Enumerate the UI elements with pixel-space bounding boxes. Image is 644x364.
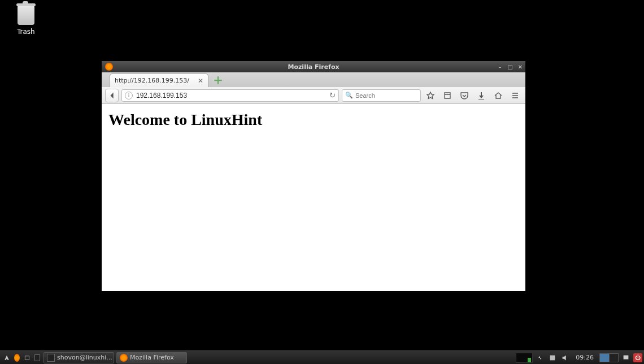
search-input[interactable] <box>355 92 433 99</box>
search-icon: 🔍 <box>345 92 353 99</box>
removable-media-icon[interactable] <box>547 352 558 363</box>
clock[interactable]: 09:26 <box>572 354 597 361</box>
svg-rect-1 <box>550 355 555 360</box>
minimize-button[interactable]: – <box>495 62 504 71</box>
window-titlebar[interactable]: Mozilla Firefox – □ ✕ <box>102 61 525 72</box>
terminal-icon <box>34 354 40 361</box>
tab-title: http://192.168.199.153/ <box>115 77 195 84</box>
downloads-button[interactable] <box>475 89 488 102</box>
page-heading: Welcome to LinuxHint <box>108 111 519 129</box>
system-tray: 09:26 ⏻ <box>516 352 642 363</box>
library-button[interactable] <box>441 89 454 102</box>
terminal-launcher[interactable] <box>32 352 42 363</box>
notification-tray-icon[interactable] <box>621 352 631 363</box>
page-content: Welcome to LinuxHint <box>102 104 525 291</box>
menu-button[interactable] <box>508 89 522 102</box>
tab-bar: http://192.168.199.153/ ✕ <box>102 72 525 87</box>
network-tray-icon[interactable] <box>535 352 545 363</box>
taskbar-item-firefox[interactable]: Mozilla Firefox <box>116 352 187 363</box>
trash-desktop-icon[interactable]: Trash <box>17 6 35 36</box>
taskbar: shovon@linuxhi... Mozilla Firefox 09:26 … <box>0 350 644 364</box>
maximize-button[interactable]: □ <box>506 62 515 71</box>
new-tab-button[interactable] <box>213 75 223 85</box>
show-desktop-button[interactable] <box>22 352 32 363</box>
svg-rect-0 <box>25 356 29 359</box>
navigation-toolbar: i ↻ 🔍 <box>102 87 525 104</box>
terminal-icon <box>47 354 55 362</box>
reload-button[interactable]: ↻ <box>329 91 336 99</box>
pocket-button[interactable] <box>458 89 471 102</box>
arch-menu-button[interactable] <box>2 352 12 363</box>
firefox-logo-icon <box>105 63 113 71</box>
home-button[interactable] <box>491 89 505 102</box>
back-button[interactable] <box>105 89 119 102</box>
url-input[interactable] <box>136 92 329 99</box>
trash-label: Trash <box>17 28 35 36</box>
bookmark-star-button[interactable] <box>424 89 437 102</box>
firefox-launcher[interactable] <box>12 352 22 363</box>
volume-tray-icon[interactable] <box>560 352 570 363</box>
firefox-icon <box>120 354 128 362</box>
search-bar[interactable]: 🔍 <box>342 89 421 102</box>
power-button[interactable]: ⏻ <box>633 353 642 362</box>
taskbar-item-label: Mozilla Firefox <box>130 354 174 361</box>
workspace-switcher[interactable] <box>599 353 619 362</box>
window-title: Mozilla Firefox <box>102 63 525 71</box>
trash-icon <box>18 6 34 25</box>
cpu-monitor-icon[interactable] <box>516 353 533 363</box>
browser-tab[interactable]: http://192.168.199.153/ ✕ <box>110 73 208 87</box>
close-button[interactable]: ✕ <box>516 62 525 71</box>
firefox-window: Mozilla Firefox – □ ✕ http://192.168.199… <box>102 61 525 291</box>
firefox-icon <box>14 354 20 362</box>
taskbar-item-label: shovon@linuxhi... <box>57 354 112 361</box>
url-bar[interactable]: i ↻ <box>121 89 339 102</box>
tab-close-icon[interactable]: ✕ <box>198 77 203 85</box>
svg-rect-2 <box>624 355 629 359</box>
taskbar-item-terminal[interactable]: shovon@linuxhi... <box>43 352 114 363</box>
site-info-icon[interactable]: i <box>125 92 133 99</box>
